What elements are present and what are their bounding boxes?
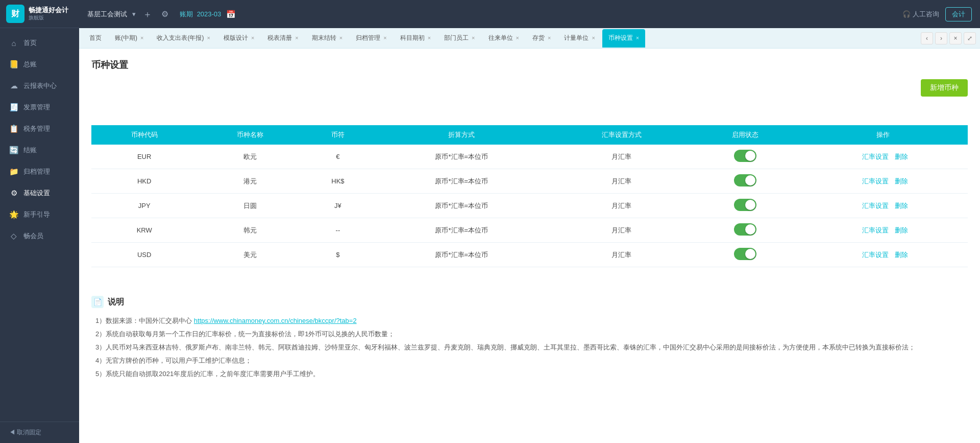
tab-partner[interactable]: 往来单位 ×	[482, 29, 525, 48]
cell-symbol-2: J¥	[303, 194, 373, 218]
new-currency-button[interactable]: 新增币种	[921, 79, 968, 97]
sidebar-label-archive: 归档管理	[23, 167, 50, 176]
tab-close-dept[interactable]: ×	[472, 35, 475, 41]
notes-header: 📄 说明	[91, 296, 968, 308]
logo-sub: 旗舰版	[29, 14, 68, 21]
notes-item-3: 4）无官方牌价的币种，可以用户手工维护汇率信息；	[95, 354, 968, 367]
sidebar-item-invoice[interactable]: 🧾 发票管理	[0, 97, 79, 118]
sidebar-item-member[interactable]: ◇ 畅会员	[0, 225, 79, 247]
sidebar-footer[interactable]: ◀ 取消固定	[0, 422, 79, 443]
sidebar-item-reports[interactable]: ☁ 云报表中心	[0, 75, 79, 97]
cell-actions-4: 汇率设置 删除	[798, 243, 968, 267]
cell-symbol-3: --	[303, 218, 373, 243]
table-row: JPY 日圆 J¥ 原币*汇率=本位币 月汇率 汇率设置 删除	[91, 194, 968, 218]
cell-toggle-2	[693, 194, 798, 218]
col-symbol: 币符	[303, 125, 373, 145]
sidebar-footer-label: ◀ 取消固定	[9, 428, 41, 437]
tab-income[interactable]: 收入支出表(年报) ×	[151, 29, 216, 48]
tab-close-unit[interactable]: ×	[592, 35, 595, 41]
tab-archive[interactable]: 归档管理 ×	[350, 29, 393, 48]
tab-inventory[interactable]: 存货 ×	[526, 29, 557, 48]
notes-item-0: 1）数据来源：中国外汇交易中心 https://www.chinamoney.c…	[95, 314, 968, 328]
tab-close-tax[interactable]: ×	[295, 35, 298, 41]
rate-link-3[interactable]: 汇率设置	[862, 226, 889, 234]
delete-link-2[interactable]: 删除	[895, 202, 908, 209]
logo-name: 畅捷通好会计	[29, 6, 68, 14]
topbar-project: 基层工会测试	[87, 10, 127, 19]
project-dropdown-icon[interactable]: ▾	[132, 10, 136, 18]
tab-prev-btn[interactable]: ‹	[921, 32, 933, 44]
rate-link-4[interactable]: 汇率设置	[862, 251, 889, 259]
toggle-thumb-2	[745, 200, 755, 210]
toggle-4[interactable]	[734, 248, 756, 260]
page-header-row: 币种设置 新增币种	[91, 59, 968, 105]
tab-tax[interactable]: 税表清册 ×	[261, 29, 304, 48]
toggle-1[interactable]	[734, 174, 756, 186]
tab-home[interactable]: 首页	[83, 29, 108, 48]
tab-expand-btn[interactable]: ⤢	[964, 32, 976, 44]
settings-icon: ⚙	[9, 189, 18, 198]
sidebar-label-reports: 云报表中心	[23, 81, 57, 90]
cell-rate-4: 月汇率	[550, 243, 692, 267]
tab-close-all-btn[interactable]: ×	[949, 32, 962, 44]
tab-close-subject[interactable]: ×	[428, 35, 431, 41]
tab-close-currency[interactable]: ×	[636, 35, 639, 41]
rate-link-0[interactable]: 汇率设置	[862, 153, 889, 160]
toggle-2[interactable]	[734, 199, 756, 211]
tab-close-partner[interactable]: ×	[516, 35, 519, 41]
tab-account[interactable]: 账(中期) ×	[109, 29, 150, 48]
tab-subject[interactable]: 科目期初 ×	[394, 29, 437, 48]
rate-link-2[interactable]: 汇率设置	[862, 202, 889, 209]
col-code: 币种代码	[91, 125, 197, 145]
tab-next-btn[interactable]: ›	[935, 32, 947, 44]
tab-close-income[interactable]: ×	[207, 35, 210, 41]
tab-template[interactable]: 模版设计 ×	[217, 29, 260, 48]
add-project-btn[interactable]: ＋	[141, 6, 154, 22]
topbar-right: 🎧 人工咨询 会计	[902, 7, 972, 21]
sidebar-item-guide[interactable]: 🌟 新手引导	[0, 204, 79, 225]
toggle-track-4	[734, 248, 756, 260]
sidebar-item-ledger[interactable]: 📒 总账	[0, 54, 79, 75]
tab-dept[interactable]: 部门员工 ×	[438, 29, 481, 48]
sidebar-item-archive[interactable]: 📁 归档管理	[0, 161, 79, 182]
tab-label-account: 账(中期)	[115, 34, 137, 42]
toggle-track-1	[734, 174, 756, 186]
delete-link-0[interactable]: 删除	[895, 153, 908, 160]
cell-toggle-0	[693, 145, 798, 169]
cell-symbol-1: HK$	[303, 169, 373, 194]
rate-link-1[interactable]: 汇率设置	[862, 177, 889, 185]
tab-close-archive[interactable]: ×	[383, 35, 386, 41]
tab-close-period[interactable]: ×	[339, 35, 342, 41]
topbar-settings-icon[interactable]: ⚙	[159, 7, 170, 21]
sidebar-label-guide: 新手引导	[23, 210, 50, 219]
notes-link[interactable]: https://www.chinamoney.com.cn/chinese/bk…	[194, 317, 357, 324]
cell-calc-2: 原币*汇率=本位币	[373, 194, 550, 218]
delete-link-1[interactable]: 删除	[895, 177, 908, 185]
toggle-thumb-1	[745, 175, 755, 185]
sidebar-item-settings[interactable]: ⚙ 基础设置	[0, 182, 79, 204]
table-header: 币种代码 币种名称 币符 折算方式 汇率设置方式 启用状态 操作	[91, 125, 968, 145]
cell-symbol-4: $	[303, 243, 373, 267]
cell-rate-1: 月汇率	[550, 169, 692, 194]
tab-unit[interactable]: 计量单位 ×	[558, 29, 601, 48]
notes-list: 1）数据来源：中国外汇交易中心 https://www.chinamoney.c…	[91, 314, 968, 381]
tab-period[interactable]: 期末结转 ×	[306, 29, 349, 48]
sidebar-item-tax[interactable]: 📋 税务管理	[0, 118, 79, 139]
sidebar-item-home[interactable]: ⌂ 首页	[0, 32, 79, 54]
tabbar-nav: ‹ › × ⤢	[921, 32, 976, 44]
delete-link-4[interactable]: 删除	[895, 251, 908, 259]
toggle-3[interactable]	[734, 223, 756, 236]
tab-close-account[interactable]: ×	[140, 35, 143, 41]
calendar-icon[interactable]: 📅	[226, 10, 236, 19]
sidebar-item-checkout[interactable]: 🔄 结账	[0, 139, 79, 161]
table-row: USD 美元 $ 原币*汇率=本位币 月汇率 汇率设置 删除	[91, 243, 968, 267]
toggle-0[interactable]	[734, 150, 756, 162]
user-button[interactable]: 会计	[945, 7, 972, 21]
help-btn[interactable]: 🎧 人工咨询	[902, 10, 939, 19]
sidebar-label-invoice: 发票管理	[23, 103, 50, 112]
cell-toggle-4	[693, 243, 798, 267]
tab-currency[interactable]: 币种设置 ×	[602, 29, 645, 48]
tab-close-inventory[interactable]: ×	[548, 35, 551, 41]
tab-close-template[interactable]: ×	[251, 35, 254, 41]
delete-link-3[interactable]: 删除	[895, 226, 908, 234]
